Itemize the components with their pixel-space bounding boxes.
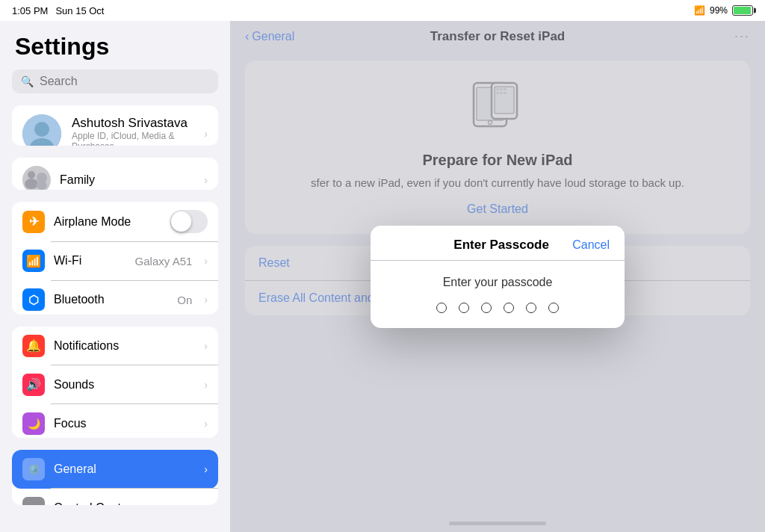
profile-name: Ashutosh Srivastava	[72, 116, 191, 131]
chevron-right-icon: ›	[204, 128, 208, 140]
profile-sub: Apple ID, iCloud, Media & Purchases	[72, 131, 191, 146]
family-section: Family ›	[12, 158, 218, 190]
search-input[interactable]	[40, 75, 209, 88]
avatar	[22, 114, 61, 146]
sidebar-item-wifi[interactable]: 📶 Wi-Fi Galaxy A51 ›	[12, 241, 218, 280]
chevron-right-icon: ›	[204, 418, 208, 430]
chevron-right-icon: ›	[204, 463, 208, 475]
passcode-dots	[436, 303, 559, 313]
wifi-icon: 📶	[22, 250, 45, 272]
profile-section: Ashutosh Srivastava Apple ID, iCloud, Me…	[12, 105, 218, 146]
sidebar-item-sounds[interactable]: 🔊 Sounds ›	[12, 365, 218, 404]
status-bar-left: 1:05 PM Sun 15 Oct	[12, 5, 104, 16]
bluetooth-value: On	[177, 294, 192, 306]
chevron-right-icon: ›	[204, 502, 208, 505]
general-icon: ⚙️	[22, 458, 45, 480]
connectivity-section: ✈ Airplane Mode 📶 Wi-Fi Galaxy A51 › ⬡	[12, 202, 218, 314]
battery-percent: 99%	[710, 5, 728, 16]
svg-point-1	[34, 122, 49, 137]
bluetooth-label: Bluetooth	[54, 293, 168, 306]
controlcentre-icon: ⊞	[22, 497, 45, 505]
notifications-icon: 🔔	[22, 335, 45, 357]
sounds-icon: 🔊	[22, 374, 45, 396]
passcode-dialog: Enter Passcode Cancel Enter your passcod…	[371, 226, 625, 328]
passcode-dot-3	[481, 303, 492, 313]
sidebar-item-family[interactable]: Family ›	[12, 158, 218, 190]
svg-point-7	[37, 181, 47, 190]
sidebar-item-notifications[interactable]: 🔔 Notifications ›	[12, 327, 218, 365]
passcode-title: Enter Passcode	[453, 238, 549, 253]
wifi-label: Wi-Fi	[54, 254, 126, 267]
wifi-status-icon: 📶	[694, 5, 705, 16]
passcode-dot-5	[526, 303, 536, 313]
profile-item[interactable]: Ashutosh Srivastava Apple ID, iCloud, Me…	[12, 105, 218, 146]
passcode-dot-6	[548, 303, 559, 313]
time-display: 1:05 PM	[12, 5, 48, 16]
airplane-mode-label: Airplane Mode	[54, 215, 161, 229]
main-content: ‹ General Transfer or Reset iPad ···	[230, 21, 765, 532]
notifications-section: 🔔 Notifications › 🔊 Sounds › 🌙 Focus ›	[12, 327, 218, 438]
sidebar-item-airplane[interactable]: ✈ Airplane Mode	[12, 202, 218, 241]
focus-icon: 🌙	[22, 412, 45, 435]
sidebar: Settings 🔍 Ashutosh Srivastava Apple ID,…	[0, 21, 230, 532]
controlcentre-label: Control Centre	[54, 501, 192, 505]
sidebar-item-focus[interactable]: 🌙 Focus ›	[12, 404, 218, 438]
notifications-label: Notifications	[54, 339, 192, 353]
chevron-right-icon: ›	[204, 174, 208, 186]
passcode-cancel-button[interactable]: Cancel	[572, 238, 610, 252]
sounds-label: Sounds	[54, 378, 192, 392]
airplane-mode-toggle[interactable]	[170, 210, 208, 233]
passcode-dot-2	[459, 303, 469, 313]
status-bar-right: 📶 99%	[694, 5, 753, 16]
date-display: Sun 15 Oct	[55, 5, 104, 16]
general-label: General	[54, 463, 192, 476]
general-section: ⚙️ General › ⊞ Control Centre ›	[12, 450, 218, 505]
chevron-right-icon: ›	[204, 340, 208, 352]
svg-point-4	[28, 171, 35, 179]
chevron-right-icon: ›	[204, 255, 208, 267]
passcode-body: Enter your passcode	[371, 261, 625, 328]
chevron-right-icon: ›	[204, 379, 208, 391]
family-avatar	[22, 166, 51, 190]
svg-point-5	[25, 179, 38, 189]
sidebar-item-general[interactable]: ⚙️ General ›	[12, 450, 218, 489]
toggle-knob	[171, 211, 191, 232]
family-label: Family	[60, 173, 192, 187]
search-icon: 🔍	[21, 75, 34, 87]
status-bar: 1:05 PM Sun 15 Oct 📶 99%	[0, 0, 765, 21]
wifi-value: Galaxy A51	[135, 255, 193, 267]
search-bar[interactable]: 🔍	[12, 69, 218, 93]
passcode-dot-4	[504, 303, 514, 313]
passcode-prompt: Enter your passcode	[443, 276, 553, 289]
battery-fill	[734, 7, 751, 14]
bluetooth-icon: ⬡	[22, 288, 45, 311]
passcode-dot-1	[436, 303, 447, 313]
main-layout: Settings 🔍 Ashutosh Srivastava Apple ID,…	[0, 21, 765, 532]
sidebar-item-bluetooth[interactable]: ⬡ Bluetooth On ›	[12, 280, 218, 314]
passcode-header: Enter Passcode Cancel	[371, 226, 625, 261]
chevron-right-icon: ›	[204, 294, 208, 306]
airplane-mode-icon: ✈	[22, 211, 45, 233]
sidebar-title: Settings	[0, 21, 230, 69]
modal-overlay: Enter Passcode Cancel Enter your passcod…	[230, 21, 765, 532]
profile-info: Ashutosh Srivastava Apple ID, iCloud, Me…	[72, 116, 191, 146]
focus-label: Focus	[54, 417, 192, 430]
sidebar-item-controlcentre[interactable]: ⊞ Control Centre ›	[12, 489, 218, 505]
battery-icon	[732, 5, 753, 16]
